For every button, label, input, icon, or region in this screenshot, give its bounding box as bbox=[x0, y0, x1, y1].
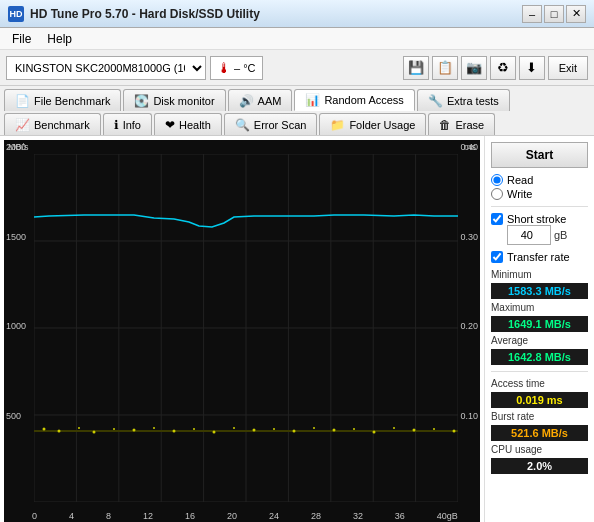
info-icon: ℹ bbox=[114, 118, 119, 132]
write-radio-label[interactable]: Write bbox=[491, 188, 588, 200]
maximize-button[interactable]: □ bbox=[544, 5, 564, 23]
cpu-usage-label: CPU usage bbox=[491, 444, 588, 455]
close-button[interactable]: ✕ bbox=[566, 5, 586, 23]
aam-icon: 🔊 bbox=[239, 94, 254, 108]
minimum-value: 1583.3 MB/s bbox=[491, 283, 588, 299]
svg-point-17 bbox=[43, 428, 46, 431]
tab-extra-tests-label: Extra tests bbox=[447, 95, 499, 107]
divider-2 bbox=[491, 371, 588, 372]
tab-aam[interactable]: 🔊 AAM bbox=[228, 89, 293, 111]
short-stroke-input-row: gB bbox=[507, 225, 588, 245]
main-content: MB/s ms 2000 1500 1000 500 0.40 0.30 0.2… bbox=[0, 136, 594, 522]
tab-file-benchmark[interactable]: 📄 File Benchmark bbox=[4, 89, 121, 111]
folder-usage-icon: 📁 bbox=[330, 118, 345, 132]
write-radio[interactable] bbox=[491, 188, 503, 200]
svg-point-21 bbox=[113, 428, 115, 430]
x-label-32: 32 bbox=[353, 511, 363, 521]
info-icon-btn[interactable]: 📋 bbox=[432, 56, 458, 80]
stats-group: Minimum 1583.3 MB/s Maximum 1649.1 MB/s … bbox=[491, 269, 588, 365]
refresh-icon-btn[interactable]: ♻ bbox=[490, 56, 516, 80]
burst-rate-label: Burst rate bbox=[491, 411, 588, 422]
read-radio-label[interactable]: Read bbox=[491, 174, 588, 186]
svg-point-37 bbox=[433, 428, 435, 430]
x-label-4: 4 bbox=[69, 511, 74, 521]
file-benchmark-icon: 📄 bbox=[15, 94, 30, 108]
y-label-1000: 1000 bbox=[6, 321, 26, 331]
hdd-icon-btn[interactable]: 💾 bbox=[403, 56, 429, 80]
svg-point-32 bbox=[333, 429, 336, 432]
maximum-label: Maximum bbox=[491, 302, 588, 313]
svg-point-33 bbox=[353, 428, 355, 430]
x-label-40: 40gB bbox=[437, 511, 458, 521]
y-label-2000: 2000 bbox=[6, 142, 26, 152]
x-label-20: 20 bbox=[227, 511, 237, 521]
tab-extra-tests[interactable]: 🔧 Extra tests bbox=[417, 89, 510, 111]
toolbar: KINGSTON SKC2000M81000G (1000 gB) 🌡 – °C… bbox=[0, 50, 594, 86]
chart-x-labels: 0 4 8 12 16 20 24 28 32 36 40gB bbox=[32, 511, 458, 521]
svg-point-24 bbox=[173, 430, 176, 433]
svg-point-34 bbox=[373, 431, 376, 434]
temp-display: 🌡 – °C bbox=[210, 56, 263, 80]
short-stroke-checkbox[interactable] bbox=[491, 213, 503, 225]
svg-point-31 bbox=[313, 427, 315, 429]
tab-health[interactable]: ❤ Health bbox=[154, 113, 222, 135]
title-bar-left: HD HD Tune Pro 5.70 - Hard Disk/SSD Util… bbox=[8, 6, 260, 22]
svg-point-20 bbox=[93, 431, 96, 434]
transfer-rate-checkbox[interactable] bbox=[491, 251, 503, 263]
short-stroke-group: Short stroke gB bbox=[491, 213, 588, 245]
menu-help[interactable]: Help bbox=[39, 30, 80, 48]
tabs-row1: 📄 File Benchmark 💽 Disk monitor 🔊 AAM 📊 … bbox=[0, 86, 594, 111]
svg-point-23 bbox=[153, 427, 155, 429]
y-label-1500: 1500 bbox=[6, 232, 26, 242]
tab-benchmark-label: Benchmark bbox=[34, 119, 90, 131]
transfer-rate-checkbox-label[interactable]: Transfer rate bbox=[491, 251, 588, 263]
tab-error-scan[interactable]: 🔍 Error Scan bbox=[224, 113, 318, 135]
minimize-button[interactable]: – bbox=[522, 5, 542, 23]
y-right-010: 0.10 bbox=[460, 411, 478, 421]
app-icon: HD bbox=[8, 6, 24, 22]
tab-folder-usage[interactable]: 📁 Folder Usage bbox=[319, 113, 426, 135]
svg-point-30 bbox=[293, 430, 296, 433]
title-bar-controls: – □ ✕ bbox=[522, 5, 586, 23]
erase-icon: 🗑 bbox=[439, 118, 451, 132]
access-time-label: Access time bbox=[491, 378, 588, 389]
svg-point-36 bbox=[413, 429, 416, 432]
start-button[interactable]: Start bbox=[491, 142, 588, 168]
tab-random-access[interactable]: 📊 Random Access bbox=[294, 89, 414, 111]
camera-icon-btn[interactable]: 📷 bbox=[461, 56, 487, 80]
svg-point-26 bbox=[213, 431, 216, 434]
tab-aam-label: AAM bbox=[258, 95, 282, 107]
y-right-030: 0.30 bbox=[460, 232, 478, 242]
error-scan-icon: 🔍 bbox=[235, 118, 250, 132]
extra-tests-icon: 🔧 bbox=[428, 94, 443, 108]
device-select[interactable]: KINGSTON SKC2000M81000G (1000 gB) bbox=[6, 56, 206, 80]
svg-point-29 bbox=[273, 428, 275, 430]
menu-file[interactable]: File bbox=[4, 30, 39, 48]
svg-rect-16 bbox=[34, 430, 458, 432]
chart-y-labels-right: 0.40 0.30 0.20 0.10 bbox=[460, 140, 478, 502]
tab-erase[interactable]: 🗑 Erase bbox=[428, 113, 495, 135]
tab-disk-monitor-label: Disk monitor bbox=[153, 95, 214, 107]
right-panel: Start Read Write Short stroke gB bbox=[484, 136, 594, 522]
x-label-8: 8 bbox=[106, 511, 111, 521]
x-label-12: 12 bbox=[143, 511, 153, 521]
short-stroke-input[interactable] bbox=[507, 225, 551, 245]
tab-benchmark[interactable]: 📈 Benchmark bbox=[4, 113, 101, 135]
tab-info[interactable]: ℹ Info bbox=[103, 113, 152, 135]
access-stats-group: Access time 0.019 ms Burst rate 521.6 MB… bbox=[491, 378, 588, 474]
random-access-icon: 📊 bbox=[305, 93, 320, 107]
divider-1 bbox=[491, 206, 588, 207]
x-label-36: 36 bbox=[395, 511, 405, 521]
read-radio[interactable] bbox=[491, 174, 503, 186]
read-label: Read bbox=[507, 174, 533, 186]
short-stroke-checkbox-label[interactable]: Short stroke bbox=[491, 213, 588, 225]
burst-rate-value: 521.6 MB/s bbox=[491, 425, 588, 441]
chart-area: MB/s ms 2000 1500 1000 500 0.40 0.30 0.2… bbox=[4, 140, 480, 522]
tabs-row2: 📈 Benchmark ℹ Info ❤ Health 🔍 Error Scan… bbox=[0, 111, 594, 135]
download-icon-btn[interactable]: ⬇ bbox=[519, 56, 545, 80]
y-right-020: 0.20 bbox=[460, 321, 478, 331]
tab-health-label: Health bbox=[179, 119, 211, 131]
tab-disk-monitor[interactable]: 💽 Disk monitor bbox=[123, 89, 225, 111]
write-label: Write bbox=[507, 188, 532, 200]
exit-button[interactable]: Exit bbox=[548, 56, 588, 80]
